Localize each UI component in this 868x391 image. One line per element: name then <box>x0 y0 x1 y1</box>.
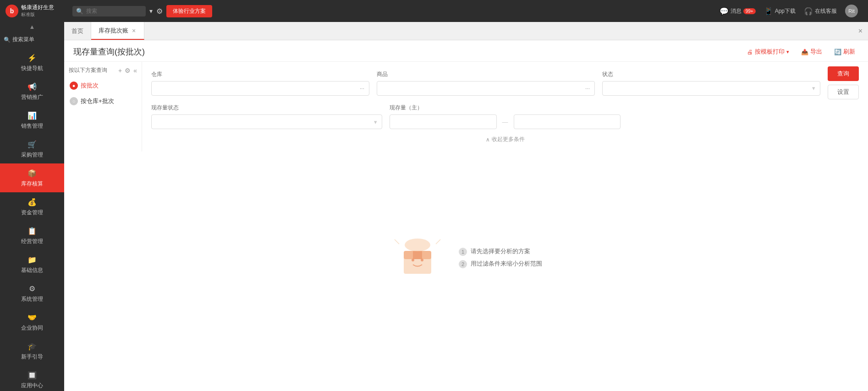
quantity-main-filter-group: 现存量（主） — <box>390 104 621 129</box>
app-download-item[interactable]: 📱 App下载 <box>764 7 796 16</box>
top-bar-right: 💬 消息 99+ 📱 App下载 🎧 在线客服 Rit <box>720 5 858 17</box>
collapse-label: 收起更多条件 <box>492 136 525 143</box>
tab-batch-inventory[interactable]: 库存批次账 × <box>91 22 144 40</box>
query-btn[interactable]: 查询 <box>828 66 859 81</box>
messages-item[interactable]: 💬 消息 99+ <box>720 7 756 16</box>
scheme-collapse-icon[interactable]: « <box>133 67 137 74</box>
svg-line-7 <box>436 239 440 244</box>
status-select[interactable]: ▾ <box>602 81 820 96</box>
svg-rect-2 <box>413 251 422 259</box>
scheme-item-by-batch[interactable]: ● 按批次 <box>64 78 142 93</box>
search-menu-icon: 🔍 <box>4 37 11 43</box>
empty-tip-1: 1 请先选择要分析的方案 <box>459 247 530 256</box>
sidebar-item-finance[interactable]: 💰 资金管理 <box>0 192 64 221</box>
svg-point-4 <box>412 259 414 261</box>
sidebar-item-marketing[interactable]: 📢 营销推广 <box>0 77 64 106</box>
sidebar-item-label: 销售管理 <box>21 122 43 130</box>
sidebar: ▲ 🔍 搜索菜单 ⚡ 快捷导航 📢 营销推广 📊 销售管理 🛒 采购管理 📦 库… <box>0 22 64 391</box>
top-bar-center: 🔍 ▾ ⚙ 体验行业方案 <box>65 5 720 17</box>
sidebar-item-inventory[interactable]: 📦 库存核算 <box>0 163 64 192</box>
scheme-item-by-warehouse-batch[interactable]: ○ 按仓库+批次 <box>64 93 142 109</box>
inventory-status-select[interactable]: ▾ <box>151 114 382 129</box>
basics-icon: 📁 <box>27 255 37 265</box>
sidebar-item-sales[interactable]: 📊 销售管理 <box>0 106 64 135</box>
scheme-add-icon[interactable]: + <box>118 67 122 74</box>
trial-btn[interactable]: 体验行业方案 <box>166 5 212 17</box>
sidebar-item-system[interactable]: ⚙ 系统管理 <box>0 279 64 308</box>
messages-label: 消息 <box>731 7 742 15</box>
print-btn[interactable]: 🖨 按模板打印 ▾ <box>743 46 793 58</box>
top-search-box[interactable]: 🔍 <box>72 6 146 16</box>
enterprise-icon: 🤝 <box>27 312 37 322</box>
settings-btn[interactable]: 设置 <box>828 85 859 99</box>
sidebar-item-appstore[interactable]: 🔲 应用中心 <box>0 365 64 391</box>
quantity-main-to[interactable] <box>514 114 621 129</box>
product-input[interactable]: ··· <box>377 81 595 96</box>
scheme-settings-icon[interactable]: ⚙ <box>125 67 131 74</box>
refresh-icon: 🔄 <box>834 49 841 55</box>
top-settings-icon[interactable]: ⚙ <box>156 7 163 16</box>
sidebar-search[interactable]: 🔍 搜索菜单 <box>0 31 64 48</box>
tip-2-num: 2 <box>459 260 467 268</box>
sidebar-item-label: 经营管理 <box>21 238 43 245</box>
app-version: 标准版 <box>21 11 54 18</box>
sidebar-item-label: 应用中心 <box>21 382 43 390</box>
refresh-label: 刷新 <box>843 48 855 56</box>
marketing-icon: 📢 <box>27 81 37 92</box>
filter-area: 按以下方案查询 + ⚙ « ● 按批次 ○ 按仓库+批次 <box>64 62 868 152</box>
appstore-icon: 🔲 <box>27 370 37 380</box>
sidebar-item-basics[interactable]: 📁 基础信息 <box>0 250 64 279</box>
online-service-item[interactable]: 🎧 在线客服 <box>804 7 837 16</box>
scheme-panel: 按以下方案查询 + ⚙ « ● 按批次 ○ 按仓库+批次 <box>64 62 142 152</box>
tab-bar: 首页 库存批次账 × × <box>64 22 868 40</box>
svg-point-3 <box>405 239 430 251</box>
sidebar-item-label: 快捷导航 <box>21 65 43 72</box>
user-item[interactable]: Rit <box>845 5 858 17</box>
top-bar: b 畅康通好生意 标准版 🔍 ▾ ⚙ 体验行业方案 💬 消息 99+ 📱 App… <box>0 0 868 22</box>
export-label: 导出 <box>810 48 822 56</box>
svg-point-5 <box>421 259 423 261</box>
status-chevron-icon: ▾ <box>812 85 815 92</box>
print-chevron-icon[interactable]: ▾ <box>786 49 789 55</box>
tab-bar-close-btn[interactable]: × <box>853 22 868 40</box>
refresh-btn[interactable]: 🔄 刷新 <box>830 46 859 58</box>
sidebar-item-shortcuts[interactable]: ⚡ 快捷导航 <box>0 48 64 77</box>
filter-panel: 仓库 ··· 商品 ··· <box>142 62 868 152</box>
sidebar-item-label: 新手引导 <box>21 353 43 361</box>
content-area: 首页 库存批次账 × × 现存量查询(按批次) 🖨 按模板打印 ▾ <box>64 22 868 391</box>
company-name: 畅康通好生意 <box>21 4 54 11</box>
shortcuts-icon: ⚡ <box>27 53 37 63</box>
product-filter-group: 商品 ··· <box>377 71 595 96</box>
sidebar-item-label: 库存核算 <box>21 180 43 188</box>
empty-tip-2: 2 用过滤条件来缩小分析范围 <box>459 260 542 268</box>
export-btn[interactable]: 📤 导出 <box>797 46 826 58</box>
message-icon: 💬 <box>720 7 729 16</box>
inventory-status-filter-group: 现存量状态 ▾ <box>151 104 382 129</box>
quantity-main-from[interactable] <box>390 114 497 129</box>
tip-1-text: 请先选择要分析的方案 <box>471 247 530 255</box>
app-download-label: App下载 <box>775 7 796 15</box>
warehouse-more-icon[interactable]: ··· <box>360 85 364 92</box>
top-chevron-icon[interactable]: ▾ <box>149 7 153 15</box>
tab-home[interactable]: 首页 <box>64 22 91 40</box>
logo-icon: b <box>5 5 18 17</box>
tip-2-text: 用过滤条件来缩小分析范围 <box>471 260 542 268</box>
sidebar-item-enterprise[interactable]: 🤝 企业协同 <box>0 308 64 337</box>
sidebar-scroll-up[interactable]: ▲ <box>0 22 64 31</box>
finance-icon: 💰 <box>27 197 37 207</box>
product-label: 商品 <box>377 71 595 78</box>
sidebar-item-label: 企业协同 <box>21 324 43 332</box>
warehouse-input[interactable]: ··· <box>151 81 369 96</box>
collapse-more-btn[interactable]: ∧ 收起更多条件 <box>151 134 859 147</box>
scheme-item-label: 按批次 <box>81 81 99 90</box>
page-header: 现存量查询(按批次) 🖨 按模板打印 ▾ 📤 导出 🔄 刷新 <box>64 40 868 62</box>
purchase-icon: 🛒 <box>27 139 37 149</box>
empty-illustration <box>390 226 445 281</box>
product-more-icon[interactable]: ··· <box>585 85 590 92</box>
top-search-input[interactable] <box>86 8 141 14</box>
tab-close-icon[interactable]: × <box>131 27 137 34</box>
sidebar-item-operations[interactable]: 📋 经营管理 <box>0 221 64 250</box>
sidebar-item-purchase[interactable]: 🛒 采购管理 <box>0 135 64 163</box>
sidebar-item-label: 营销推广 <box>21 93 43 101</box>
sidebar-item-newbie[interactable]: 🎓 新手引导 <box>0 337 64 365</box>
